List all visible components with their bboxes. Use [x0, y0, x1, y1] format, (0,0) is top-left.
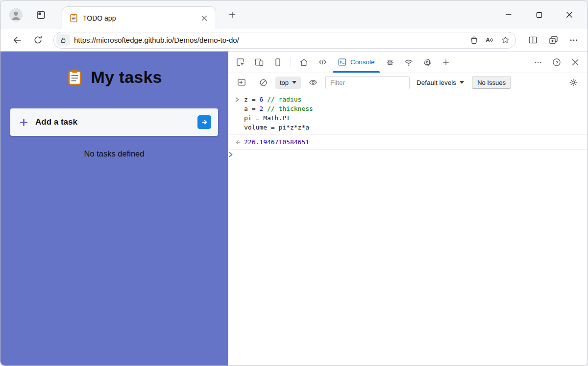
tab-actions-icon — [36, 10, 46, 20]
screencast-button[interactable] — [269, 54, 287, 71]
lock-icon — [59, 36, 67, 44]
help-icon: ? — [552, 57, 562, 67]
tab-elements[interactable] — [314, 54, 331, 71]
chip-icon — [422, 57, 432, 67]
chevron-down-icon — [460, 81, 464, 84]
browser-tab-strip: TODO app — [0, 0, 588, 29]
context-selector-value: top — [280, 79, 289, 86]
close-icon — [201, 15, 207, 21]
browser-nav-bar: https://microsoftedge.github.io/Demos/de… — [0, 29, 588, 52]
minimize-icon — [505, 11, 512, 18]
code-brackets-icon — [318, 57, 328, 67]
browser-window: TODO app https://microsoftedge.github.io… — [0, 0, 588, 366]
console-prompt[interactable] — [228, 150, 588, 159]
read-aloud-button[interactable]: A — [482, 33, 497, 48]
tab-close-button[interactable] — [198, 12, 211, 25]
add-task-label[interactable]: Add a task — [35, 117, 197, 127]
eye-icon — [308, 78, 318, 87]
devtools-panel: Console — [228, 52, 588, 366]
tab-actions-button[interactable] — [32, 6, 49, 23]
tab-welcome[interactable] — [295, 54, 313, 71]
tab-console[interactable]: Console — [332, 52, 381, 73]
address-bar-actions: A — [466, 33, 513, 48]
person-icon — [9, 8, 23, 22]
address-bar[interactable]: https://microsoftedge.github.io/Demos/de… — [53, 32, 516, 49]
screencast-panel-icon — [273, 57, 283, 67]
shopping-bag-icon — [469, 35, 479, 45]
site-info-button[interactable] — [56, 34, 70, 46]
maximize-button[interactable] — [532, 7, 546, 22]
console-messages[interactable]: z = 6 // radius a = 2 // thickness pi = … — [228, 92, 588, 366]
devtools-tab-bar: Console — [228, 52, 588, 73]
console-tab-label: Console — [350, 58, 375, 66]
star-icon — [501, 35, 510, 45]
submit-task-button[interactable] — [197, 115, 211, 129]
context-selector-dropdown[interactable]: top — [275, 77, 301, 89]
issues-counter-button[interactable]: No Issues — [472, 77, 511, 89]
split-screen-button[interactable] — [524, 31, 541, 49]
console-filter-input[interactable] — [325, 76, 410, 89]
devtools-tabbar-right: ? — [529, 54, 585, 71]
svg-text:?: ? — [555, 59, 558, 65]
tab-title: TODO app — [83, 14, 194, 22]
clipboard-icon — [66, 69, 83, 86]
devtools-help-button[interactable]: ? — [548, 54, 565, 71]
plus-icon — [441, 58, 450, 67]
svg-text:A: A — [486, 37, 490, 44]
todo-app-favicon — [69, 13, 78, 23]
bug-icon — [385, 57, 395, 67]
chevron-down-icon — [292, 81, 296, 84]
console-result-value: 226.1946710584651 — [244, 138, 309, 146]
console-toolbar: top Default levels No Issues — [228, 73, 588, 92]
console-input-line: z = 6 // radius — [228, 95, 588, 104]
shopping-bag-button[interactable] — [466, 33, 481, 48]
back-button[interactable] — [8, 31, 26, 49]
inspect-element-button[interactable] — [232, 54, 249, 71]
devtools-more-button[interactable] — [529, 54, 547, 71]
sidebar-arrow-icon — [237, 78, 246, 87]
browser-tab[interactable]: TODO app — [62, 6, 216, 29]
clear-console-button[interactable] — [254, 74, 272, 91]
browser-more-button[interactable] — [565, 31, 583, 49]
collections-icon — [548, 35, 559, 45]
more-tools-button[interactable] — [437, 54, 455, 71]
log-levels-dropdown[interactable]: Default levels — [416, 79, 464, 86]
close-window-button[interactable] — [562, 7, 577, 22]
new-tab-button[interactable] — [224, 6, 241, 23]
console-input-entry[interactable]: z = 6 // radius a = 2 // thickness pi = … — [228, 92, 588, 135]
issues-label: No Issues — [477, 79, 506, 86]
window-controls — [501, 7, 581, 22]
close-icon — [566, 11, 573, 18]
page-title: My tasks — [91, 68, 162, 87]
tab-debugger[interactable] — [381, 54, 399, 71]
toolbar-divider — [291, 58, 291, 67]
ellipsis-icon — [534, 58, 542, 67]
collections-button[interactable] — [544, 31, 562, 49]
home-icon — [299, 57, 309, 67]
url-text[interactable]: https://microsoftedge.github.io/Demos/de… — [74, 36, 463, 44]
device-toolbar-icon — [254, 57, 264, 67]
log-levels-label: Default levels — [416, 79, 456, 86]
refresh-button[interactable] — [29, 31, 47, 49]
favorite-star-button[interactable] — [498, 33, 513, 48]
live-expression-button[interactable] — [304, 74, 322, 91]
content-area: My tasks Add a task No tasks defined — [0, 52, 588, 366]
device-emulation-button[interactable] — [250, 54, 268, 71]
devtools-close-button[interactable] — [566, 54, 584, 71]
clear-circle-slash-icon — [259, 78, 268, 87]
tab-network[interactable] — [400, 54, 417, 71]
plus-icon — [228, 10, 237, 19]
console-sidebar-button[interactable] — [233, 74, 250, 91]
prompt-chevron-icon — [228, 152, 238, 157]
arrow-right-icon — [200, 118, 208, 126]
console-result-entry: 226.1946710584651 — [228, 135, 588, 150]
ellipsis-icon — [569, 35, 579, 45]
expand-chevron-icon[interactable] — [235, 97, 244, 103]
add-task-form[interactable]: Add a task — [10, 108, 218, 136]
console-settings-button[interactable] — [564, 74, 582, 91]
profile-avatar[interactable] — [9, 8, 23, 22]
tab-application[interactable] — [418, 54, 436, 71]
console-input-line: a = 2 // thickness — [228, 104, 588, 113]
gear-icon — [568, 78, 578, 87]
minimize-button[interactable] — [501, 7, 516, 22]
